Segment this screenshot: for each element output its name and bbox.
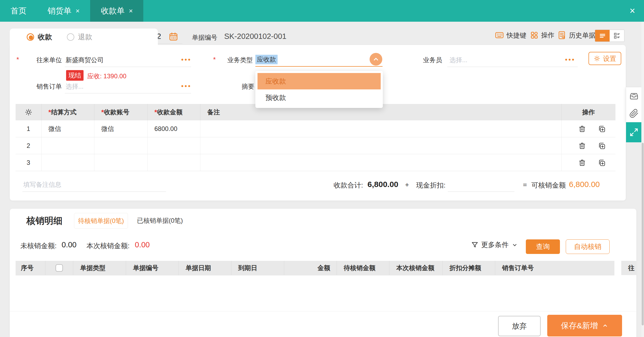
biz-type-value[interactable]: 应收款 [255, 55, 278, 64]
cell-amount[interactable] [148, 154, 200, 171]
tab-label: 销货单 [48, 6, 71, 16]
cell-method[interactable] [42, 137, 94, 154]
note-input[interactable]: 填写备注信息 [23, 180, 61, 189]
list-view-icon [599, 32, 606, 40]
salesman-input[interactable]: 选择... [449, 56, 467, 64]
tab-verified-docs[interactable]: 已核销单据(0笔) [132, 213, 188, 228]
calendar-icon[interactable] [169, 32, 178, 41]
sales-order-input[interactable]: 选择... [66, 82, 84, 91]
auto-verify-button[interactable]: 自动核销 [566, 239, 610, 254]
table-divider [16, 275, 614, 275]
col-account: *收款账号 [94, 104, 148, 120]
delete-row-icon[interactable] [578, 142, 586, 150]
cell-note[interactable] [200, 120, 562, 137]
cell-account[interactable]: 微信 [94, 120, 148, 137]
equals-sign: = [523, 181, 527, 189]
verify-table-header: 序号 单据类型 单据编号 单据日期 到期日 金额 待核销金额 本次核销金额 折扣… [16, 261, 614, 275]
table-row: 3 [16, 154, 615, 171]
cash-settle-badge: 现结 [66, 70, 84, 81]
biz-type-underline [255, 66, 383, 67]
dropdown-option-advance[interactable]: 预收款 [257, 89, 381, 106]
history-docs-label: 历史单据 [569, 31, 595, 40]
expand-fullscreen-button[interactable] [626, 122, 642, 142]
history-docs-button[interactable]: 历史单据 [557, 31, 595, 40]
cell-ops [562, 137, 615, 154]
list-view-button[interactable] [595, 30, 610, 42]
tab-receipt[interactable]: 收款单 × [90, 0, 143, 22]
collapse-dropdown-button[interactable] [370, 53, 382, 66]
receivable-info: 应收: 1390.00 [87, 72, 126, 80]
attachment-paperclip-icon[interactable] [629, 109, 639, 118]
cell-method[interactable]: 微信 [42, 120, 94, 137]
operations-button[interactable]: 操作 [530, 31, 554, 39]
receipt-page: 首页 销货单 × 收款单 × × 收款 退款 单据日期 2020-01-02 单… [0, 0, 644, 337]
verification-title: 核销明细 [26, 215, 62, 227]
filter-funnel-icon [471, 241, 479, 249]
tab-sales-order[interactable]: 销货单 × [37, 0, 90, 22]
delete-row-icon[interactable] [578, 159, 586, 167]
copy-add-row-icon[interactable] [598, 125, 606, 133]
required-mark: * [16, 56, 19, 64]
copy-add-row-icon[interactable] [598, 142, 606, 150]
more-icon[interactable] [181, 85, 190, 87]
more-filters-button[interactable]: 更多条件 [471, 240, 518, 249]
settings-button[interactable]: 设置 [588, 52, 621, 65]
cell-amount[interactable] [148, 137, 200, 154]
delete-row-icon[interactable] [578, 125, 586, 133]
salesman-label: 业务员 [412, 56, 442, 64]
summary-label: 摘要 [225, 82, 254, 91]
col-due-date: 到期日 [231, 261, 284, 275]
shortcut-keys-button[interactable]: 快捷键 [495, 31, 526, 40]
col-seq: 序号 [16, 261, 45, 275]
total-label: 收款合计: [334, 181, 363, 190]
inbox-docs-icon[interactable] [629, 91, 639, 101]
cell-account[interactable] [94, 154, 148, 171]
copy-add-row-icon[interactable] [598, 159, 606, 167]
cash-discount-input[interactable] [448, 192, 514, 192]
cell-ops [562, 120, 615, 137]
radio-refund[interactable]: 退款 [67, 32, 92, 42]
table-row: 2 [16, 137, 615, 154]
discard-button[interactable]: 放弃 [498, 316, 541, 336]
tab-label: 收款单 [101, 6, 125, 16]
close-tab-icon[interactable]: × [129, 7, 133, 15]
col-amount: 金额 [284, 261, 337, 275]
col-current-amount: 本次核销金额 [389, 261, 443, 275]
footer-divider [10, 311, 636, 311]
cell-note[interactable] [200, 137, 562, 154]
partner-value[interactable]: 新盛商贸公司 [66, 56, 104, 64]
save-and-new-button[interactable]: 保存&新增 [547, 315, 622, 336]
expand-icon [629, 127, 639, 137]
more-icon[interactable] [181, 59, 190, 61]
close-window-icon[interactable]: × [624, 0, 641, 22]
table-settings-cell[interactable] [16, 104, 42, 120]
view-toggle [595, 30, 624, 42]
cell-note[interactable] [200, 154, 562, 171]
settle-table-body: 1 微信 微信 6800.00 2 3 [16, 120, 615, 171]
verify-table-header-frozen: 往 [621, 261, 636, 275]
dropdown-option-receivable[interactable]: 应收款 [257, 73, 381, 89]
sales-order-label: 销售订单 [22, 82, 62, 91]
radio-selected-icon [27, 33, 34, 41]
table-row: 1 微信 微信 6800.00 [16, 120, 615, 137]
biz-type-label: 业务类型 [219, 56, 253, 64]
scrollbar-thumb[interactable] [642, 143, 644, 325]
col-discount-share: 折扣分摊额 [443, 261, 495, 275]
cell-method[interactable] [42, 154, 94, 171]
note-underline [22, 192, 166, 192]
tab-pending-docs[interactable]: 待核销单据(0笔) [74, 213, 128, 229]
tab-home[interactable]: 首页 [0, 0, 37, 22]
radio-receive[interactable]: 收款 [27, 32, 52, 42]
cell-amount[interactable]: 6800.00 [148, 120, 200, 137]
operations-label: 操作 [541, 31, 554, 39]
cell-account[interactable] [94, 137, 148, 154]
col-ops: 操作 [562, 104, 615, 120]
partner-underline [65, 67, 191, 67]
card-view-button[interactable] [610, 30, 624, 42]
more-icon[interactable] [565, 59, 574, 61]
select-all-checkbox[interactable] [56, 264, 63, 272]
query-button[interactable]: 查询 [526, 239, 560, 254]
partner-label: 往来单位 [22, 56, 62, 64]
current-verify-label: 本次核销金额: [86, 241, 130, 251]
close-tab-icon[interactable]: × [76, 7, 80, 15]
